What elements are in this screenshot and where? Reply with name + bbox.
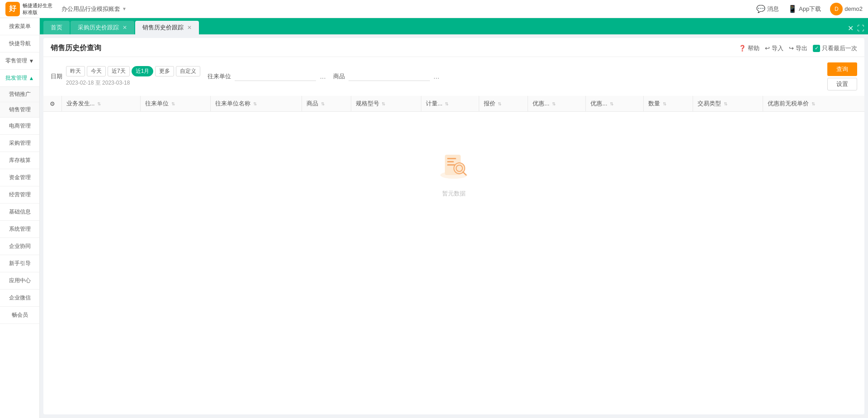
sidebar-item-sales-mgmt[interactable]: 销售管理 xyxy=(0,102,39,118)
user-menu[interactable]: D demo2 xyxy=(830,3,863,15)
date-label: 日期 xyxy=(51,72,62,81)
page-title: 销售历史价查询 xyxy=(51,43,101,53)
top-bar-right: 💬 消息 📱 App下载 D demo2 xyxy=(756,3,863,15)
sidebar-item-vip-member[interactable]: 畅会员 xyxy=(0,307,39,324)
sidebar-item-marketing[interactable]: 营销推广 xyxy=(0,87,39,102)
sidebar: 搜索菜单 快捷导航 零售管理 ▼ 批发管理 ▲ 营销推广 销售管理 电商管理 采… xyxy=(0,18,40,418)
message-icon: 💬 xyxy=(756,5,765,13)
sort-icon: ⇅ xyxy=(321,101,325,106)
top-bar: 好 畅捷通好生意 标准版 办公用品行业模拟账套 ▼ 💬 消息 📱 App下载 D… xyxy=(0,0,868,18)
sidebar-item-sys-mgmt[interactable]: 系统管理 xyxy=(0,221,39,238)
empty-state: 暂元数据 xyxy=(43,112,864,234)
import-icon: ↩ xyxy=(765,45,770,52)
filter-area: 日期 昨天 今天 近7天 近1月 更多 自定义 2023-02-18 至 202… xyxy=(43,57,864,96)
date-filter-group: 日期 昨天 今天 近7天 近1月 更多 自定义 2023-02-18 至 202… xyxy=(51,66,200,87)
app-download-button[interactable]: 📱 App下载 xyxy=(788,5,821,13)
date-btn-7days[interactable]: 近7天 xyxy=(108,66,130,76)
avatar: D xyxy=(830,3,843,15)
table-col-qty[interactable]: 数量 ⇅ xyxy=(644,96,693,112)
goods-dots-button[interactable]: ... xyxy=(434,72,439,81)
partner-dots-button[interactable]: ... xyxy=(320,72,326,81)
content-area: 首页 采购历史价跟踪 ✕ 销售历史价跟踪 ✕ ✕ ⛶ 销售历史价查询 xyxy=(40,18,868,418)
logo-icon: 好 xyxy=(5,2,20,16)
message-button[interactable]: 💬 消息 xyxy=(756,5,779,13)
tab-purchase-history[interactable]: 采购历史价跟踪 ✕ xyxy=(71,21,134,34)
table-col-price[interactable]: 报价 ⇅ xyxy=(479,96,528,112)
sidebar-item-enterprise-collab[interactable]: 企业协同 xyxy=(0,238,39,255)
sidebar-item-retail-mgmt[interactable]: 零售管理 ▼ xyxy=(0,52,39,70)
date-buttons: 昨天 今天 近7天 近1月 更多 自定义 xyxy=(66,66,200,76)
sidebar-item-search-menu[interactable]: 搜索菜单 xyxy=(0,18,39,35)
svg-rect-2 xyxy=(447,158,456,159)
tab-home[interactable]: 首页 xyxy=(43,21,70,34)
logo: 好 畅捷通好生意 标准版 xyxy=(5,2,52,16)
tab-bar-right: ✕ ⛶ xyxy=(848,24,864,34)
sidebar-item-enterprise-wechat[interactable]: 企业微信 xyxy=(0,290,39,307)
search-menu-label: 搜索菜单 xyxy=(9,23,31,30)
sort-icon: ⇅ xyxy=(724,101,727,106)
settings-button[interactable]: 设置 xyxy=(827,78,857,90)
checkbox-checked-icon: ✓ xyxy=(813,45,820,52)
help-button[interactable]: ❓ 帮助 xyxy=(739,44,760,52)
table-container: ⚙ 业务发生... ⇅ 往来单位 ⇅ 往来单位名称 ⇅ xyxy=(43,96,864,414)
sidebar-item-purchase-mgmt[interactable]: 采购管理 xyxy=(0,135,39,152)
query-button[interactable]: 查询 xyxy=(827,62,857,76)
sidebar-item-wholesale-mgmt[interactable]: 批发管理 ▲ xyxy=(0,70,39,87)
filter-actions: 查询 设置 xyxy=(827,62,857,90)
empty-state-icon xyxy=(436,148,472,184)
table-col-spec[interactable]: 规格型号 ⇅ xyxy=(351,96,421,112)
tab-sales-history[interactable]: 销售历史价跟踪 ✕ xyxy=(135,21,199,34)
table-col-trade-type[interactable]: 交易类型 ⇅ xyxy=(693,96,763,112)
table-col-partner-name[interactable]: 往来单位名称 ⇅ xyxy=(211,96,302,112)
chevron-up-icon: ▲ xyxy=(29,75,34,81)
date-btn-1month[interactable]: 近1月 xyxy=(132,66,154,76)
sidebar-item-app-center[interactable]: 应用中心 xyxy=(0,272,39,290)
goods-input[interactable] xyxy=(349,72,430,81)
partner-filter-group: 往来单位 ... xyxy=(208,72,326,81)
main-layout: 搜索菜单 快捷导航 零售管理 ▼ 批发管理 ▲ 营销推广 销售管理 电商管理 采… xyxy=(0,18,868,418)
sort-icon: ⇅ xyxy=(610,101,613,106)
table-col-discount1[interactable]: 优惠... ⇅ xyxy=(528,96,586,112)
sidebar-item-finance-mgmt[interactable]: 资金管理 xyxy=(0,169,39,186)
empty-text: 暂元数据 xyxy=(442,190,466,198)
date-range-text: 2023-02-18 至 2023-03-18 xyxy=(66,79,200,87)
logo-text: 畅捷通好生意 标准版 xyxy=(23,2,52,15)
goods-filter-group: 商品 ... xyxy=(333,72,439,81)
date-btn-today[interactable]: 今天 xyxy=(87,66,106,76)
sort-icon: ⇅ xyxy=(663,101,666,106)
partner-label: 往来单位 xyxy=(208,72,231,81)
sidebar-item-ops-mgmt[interactable]: 经营管理 xyxy=(0,186,39,204)
date-btn-more[interactable]: 更多 xyxy=(155,66,174,76)
table-col-biz-date[interactable]: 业务发生... ⇅ xyxy=(61,96,141,112)
table-col-unit[interactable]: 计量... ⇅ xyxy=(421,96,479,112)
date-btn-yesterday[interactable]: 昨天 xyxy=(66,66,85,76)
import-button[interactable]: ↩ 导入 xyxy=(765,44,783,52)
sidebar-item-ecommerce-mgmt[interactable]: 电商管理 xyxy=(0,118,39,135)
export-button[interactable]: ↪ 导出 xyxy=(789,44,807,52)
retail-mgmt-label: 零售管理 xyxy=(5,57,27,65)
table-col-discount2[interactable]: 优惠... ⇅ xyxy=(586,96,644,112)
page-content: 销售历史价查询 ❓ 帮助 ↩ 导入 ↪ 导出 ✓ xyxy=(43,38,864,414)
page-header-actions: ❓ 帮助 ↩ 导入 ↪ 导出 ✓ 只看最后一次 xyxy=(739,44,857,52)
sidebar-item-guide[interactable]: 新手引导 xyxy=(0,255,39,272)
sort-icon: ⇅ xyxy=(97,101,101,106)
table-col-pre-tax-price[interactable]: 优惠前无税单价 ⇅ xyxy=(763,96,864,112)
maximize-button[interactable]: ⛶ xyxy=(857,24,864,33)
wholesale-mgmt-label: 批发管理 xyxy=(5,74,27,82)
sort-icon: ⇅ xyxy=(171,101,175,106)
partner-input[interactable] xyxy=(235,72,316,81)
close-tab-sales-history[interactable]: ✕ xyxy=(187,24,192,31)
table-col-gear[interactable]: ⚙ xyxy=(43,96,61,112)
close-all-tabs-button[interactable]: ✕ xyxy=(848,24,854,33)
svg-rect-4 xyxy=(447,164,455,166)
table-col-partner-code[interactable]: 往来单位 ⇅ xyxy=(141,96,211,112)
last-only-toggle[interactable]: ✓ 只看最后一次 xyxy=(813,44,857,52)
sidebar-item-inventory-check[interactable]: 库存核算 xyxy=(0,152,39,169)
sidebar-item-quick-nav[interactable]: 快捷导航 xyxy=(0,35,39,52)
sidebar-item-base-info[interactable]: 基础信息 xyxy=(0,204,39,221)
date-btn-custom[interactable]: 自定义 xyxy=(176,66,200,76)
account-selector[interactable]: 办公用品行业模拟账套 ▼ xyxy=(61,5,127,13)
svg-rect-3 xyxy=(447,161,454,162)
close-tab-purchase-history[interactable]: ✕ xyxy=(123,24,127,31)
table-col-goods[interactable]: 商品 ⇅ xyxy=(302,96,351,112)
